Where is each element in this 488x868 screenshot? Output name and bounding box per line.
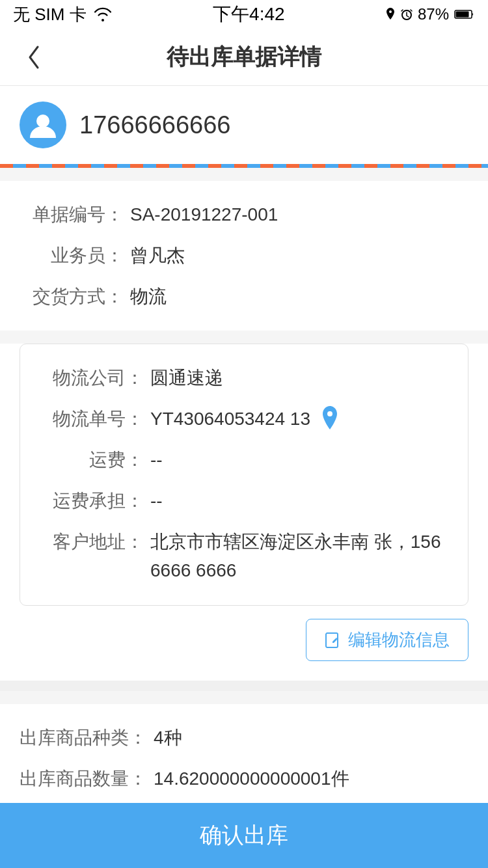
confirm-button[interactable]: 确认出库 xyxy=(0,803,488,868)
address-row: 客户地址： 北京市市辖区海淀区永丰南 张，156 6666 6666 xyxy=(40,528,448,586)
freight-bearer-label: 运费承担： xyxy=(40,487,144,516)
status-right: 87% xyxy=(385,5,475,23)
dashed-divider xyxy=(0,164,488,168)
goods-types-label: 出库商品种类： xyxy=(20,724,147,753)
freight-row: 运费： -- xyxy=(40,446,448,475)
edit-logistics-button[interactable]: 编辑物流信息 xyxy=(306,619,468,661)
logistics-company-row: 物流公司： 圆通速递 xyxy=(40,364,448,393)
nav-bar: 待出库单据详情 xyxy=(0,29,488,86)
tracking-location-icon[interactable] xyxy=(318,406,342,429)
avatar-icon xyxy=(27,109,59,141)
salesman-row: 业务员： 曾凡杰 xyxy=(20,241,468,271)
delivery-method-value: 物流 xyxy=(130,282,468,312)
goods-section: 出库商品种类： 4种 出库商品数量： 14.620000000000001件 xyxy=(0,704,488,813)
tracking-no-row: 物流单号： YT43064053424 13 xyxy=(40,405,448,434)
page-title: 待出库单据详情 xyxy=(167,42,321,72)
svg-rect-2 xyxy=(456,12,469,18)
section-divider xyxy=(0,681,488,691)
salesman-label: 业务员： xyxy=(20,241,124,271)
carrier-label: 无 SIM 卡 xyxy=(13,3,87,26)
wifi-icon xyxy=(93,7,113,21)
freight-bearer-value: -- xyxy=(150,487,448,516)
customer-phone: 17666666666 xyxy=(79,111,230,139)
location-status-icon xyxy=(385,8,396,21)
logistics-card: 物流公司： 圆通速递 物流单号： YT43064053424 13 运费： --… xyxy=(20,344,468,606)
goods-quantity-value: 14.620000000000001件 xyxy=(154,765,468,794)
logistics-section: 物流公司： 圆通速递 物流单号： YT43064053424 13 运费： --… xyxy=(0,344,488,681)
address-label: 客户地址： xyxy=(40,528,144,586)
tracking-no-label: 物流单号： xyxy=(40,405,144,434)
svg-point-3 xyxy=(36,115,49,128)
order-info-section: 单据编号： SA-20191227-001 业务员： 曾凡杰 交货方式： 物流 xyxy=(0,181,488,331)
logistics-company-label: 物流公司： xyxy=(40,364,144,393)
goods-quantity-row: 出库商品数量： 14.620000000000001件 xyxy=(20,765,468,794)
salesman-value: 曾凡杰 xyxy=(130,241,468,271)
freight-label: 运费： xyxy=(40,446,144,475)
avatar xyxy=(20,102,66,148)
goods-types-row: 出库商品种类： 4种 xyxy=(20,724,468,753)
battery-icon xyxy=(454,9,475,20)
delivery-method-row: 交货方式： 物流 xyxy=(20,282,468,312)
delivery-method-label: 交货方式： xyxy=(20,282,124,312)
edit-logistics-btn-wrap: 编辑物流信息 xyxy=(0,606,488,681)
logistics-company-value: 圆通速递 xyxy=(150,364,448,393)
edit-icon xyxy=(325,632,342,649)
status-time: 下午4:42 xyxy=(213,2,285,27)
address-value: 北京市市辖区海淀区永丰南 张，156 6666 6666 xyxy=(150,528,448,586)
order-no-value: SA-20191227-001 xyxy=(130,200,468,230)
freight-bearer-row: 运费承担： -- xyxy=(40,487,448,516)
back-icon xyxy=(26,44,42,70)
goods-quantity-label: 出库商品数量： xyxy=(20,765,147,794)
freight-value: -- xyxy=(150,446,448,475)
tracking-no-value: YT43064053424 13 xyxy=(150,405,448,434)
customer-header: 17666666666 xyxy=(0,86,488,164)
status-left: 无 SIM 卡 xyxy=(13,3,113,26)
goods-types-value: 4种 xyxy=(154,724,468,753)
order-no-label: 单据编号： xyxy=(20,200,124,230)
alarm-icon xyxy=(401,8,413,21)
status-bar: 无 SIM 卡 下午4:42 87% xyxy=(0,0,488,29)
order-no-row: 单据编号： SA-20191227-001 xyxy=(20,200,468,230)
battery-label: 87% xyxy=(418,5,449,23)
back-button[interactable] xyxy=(20,43,48,72)
